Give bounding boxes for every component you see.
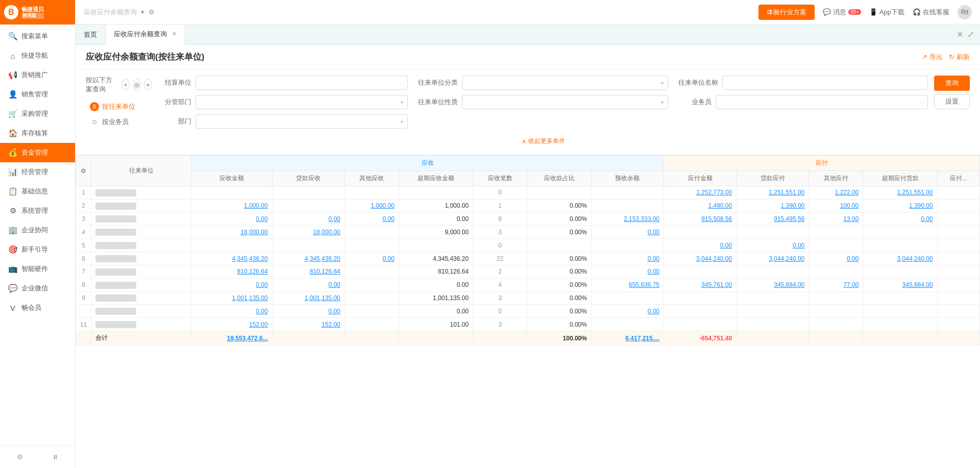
sidebar-item-guide[interactable]: 🎯 新手引导 bbox=[0, 240, 75, 259]
sidebar-item-search[interactable]: 🔍 搜索菜单 bbox=[0, 27, 75, 46]
tab-home[interactable]: 首页 bbox=[76, 24, 106, 45]
payable-group-header: 应付 bbox=[664, 156, 980, 171]
salesperson-input[interactable]: ··· bbox=[716, 95, 928, 109]
blurred-cell: ████████ bbox=[91, 278, 191, 291]
sidebar-item-finance[interactable]: 💰 资金管理 bbox=[0, 143, 75, 162]
service-icon: 🎧 bbox=[913, 8, 921, 16]
sidebar-item-hardware[interactable]: 📺 智能硬件 bbox=[0, 259, 75, 279]
sidebar-item-inventory[interactable]: 🏠 库存核算 bbox=[0, 124, 75, 143]
table-row: 3████████0.000.000.000.0090.00%2,153,333… bbox=[76, 212, 980, 226]
tab-query[interactable]: 应收应付余额查询 ✕ bbox=[106, 24, 185, 45]
sidebar-item-wechat[interactable]: 💬 企业微信 bbox=[0, 279, 75, 298]
total-receivable-amount[interactable]: 19,553,472,6... bbox=[191, 331, 272, 346]
unit-name-input[interactable] bbox=[722, 76, 928, 90]
sidebar-item-operation[interactable]: 📊 经营管理 bbox=[0, 162, 75, 182]
target-scheme-button[interactable]: ◎ bbox=[133, 79, 141, 90]
dept-manage-select[interactable]: ▾ bbox=[195, 95, 408, 109]
add-scheme-button[interactable]: ＋ bbox=[121, 79, 130, 90]
sidebar-item-purchase[interactable]: 🛒 采购管理 bbox=[0, 104, 75, 124]
hardware-icon: 📺 bbox=[8, 264, 17, 274]
maximize-icon[interactable]: ⤢ bbox=[967, 30, 974, 39]
content: 应收应付余额查询(按往来单位) ↗ 导出 ↻ 刷新 按以下方案查询 bbox=[76, 45, 980, 468]
chevron-down-icon[interactable]: ▾ bbox=[141, 8, 144, 16]
sidebar-item-basic[interactable]: 📋 基础信息 bbox=[0, 182, 75, 201]
dots-icon: ··· bbox=[398, 79, 403, 87]
overdue-payable-header: 超期应付货款 bbox=[863, 171, 937, 186]
scheme-by-staff[interactable]: ⊙ 按业务员 bbox=[86, 114, 152, 130]
sidebar-nav: 🔍 搜索菜单 ⌂ 快捷导航 📢 营销推广 👤 销售管理 🛒 采购管理 🏠 库存核… bbox=[0, 24, 75, 446]
close-window-icon[interactable]: ✕ bbox=[957, 30, 963, 39]
page-header: 应收应付余额查询(按往来单位) ↗ 导出 ↻ 刷新 bbox=[76, 45, 980, 69]
header-actions: 体验行业方案 💬 消息 99+ 📱 App下载 🎧 在线客服 Rit bbox=[758, 5, 972, 20]
collapse-scheme-button[interactable]: « bbox=[144, 79, 152, 90]
blurred-cell: ████████ bbox=[91, 305, 191, 318]
scheme-by-unit[interactable]: B 按往来单位 bbox=[86, 99, 152, 114]
total-receivable-ratio: 100.00% bbox=[527, 331, 592, 346]
blurred-cell: ████████ bbox=[91, 212, 191, 226]
user-avatar[interactable]: Rit bbox=[958, 5, 972, 19]
inventory-icon: 🏠 bbox=[8, 129, 17, 138]
top-header: 应收应付余额查询 ▾ ⚙ 体验行业方案 💬 消息 99+ 📱 App下载 🎧 在… bbox=[76, 0, 980, 24]
system-icon: ⚙ bbox=[8, 206, 17, 215]
blurred-cell: ████████ bbox=[91, 291, 191, 305]
basic-icon: 📋 bbox=[8, 187, 17, 196]
finance-icon: 💰 bbox=[8, 148, 17, 157]
home-icon: ⌂ bbox=[8, 52, 17, 60]
unit-nature-select[interactable]: ▾ bbox=[462, 95, 668, 109]
dept-select[interactable]: ▾ bbox=[195, 114, 408, 129]
table-row: 1████████01,252,773.001,251,551.001,222.… bbox=[76, 186, 980, 200]
filter-unit-name: 往来单位名称 bbox=[678, 76, 928, 90]
refresh-button[interactable]: ↻ 刷新 bbox=[949, 53, 970, 62]
member-icon: V bbox=[8, 304, 17, 312]
receivable-amount-header: 应收金额 bbox=[191, 171, 272, 186]
setting-button[interactable]: 设置 bbox=[934, 94, 970, 109]
settlement-input[interactable]: ··· bbox=[195, 76, 408, 90]
dots-icon: ··· bbox=[918, 98, 923, 106]
sales-icon: 👤 bbox=[8, 90, 17, 99]
tab-close-icon[interactable]: ✕ bbox=[172, 31, 177, 37]
table-row: 11████████152.00152.00101.0030.00% bbox=[76, 318, 980, 331]
app-download-button[interactable]: 📱 App下载 bbox=[869, 8, 904, 17]
marketing-icon: 📢 bbox=[8, 70, 17, 80]
page-header-actions: ↗ 导出 ↻ 刷新 bbox=[922, 53, 970, 62]
avatar: Rit bbox=[958, 5, 972, 19]
sidebar-item-sales[interactable]: 👤 销售管理 bbox=[0, 85, 75, 104]
sidebar-item-marketing[interactable]: 📢 营销推广 bbox=[0, 65, 75, 85]
guide-icon: 🎯 bbox=[8, 245, 17, 254]
total-advance-balance[interactable]: 6,417,215.... bbox=[591, 331, 664, 346]
chevron-down-icon: ▾ bbox=[661, 80, 664, 86]
trial-button[interactable]: 体验行业方案 bbox=[758, 5, 815, 20]
sidebar-item-company[interactable]: 🏢 企业协同 bbox=[0, 220, 75, 240]
sidebar-item-system[interactable]: ⚙ 系统管理 bbox=[0, 201, 75, 220]
chevron-down-icon: ▾ bbox=[401, 119, 403, 125]
collapse-more-button[interactable]: ∧ 收起更多条件 bbox=[519, 134, 568, 149]
unit-category-select[interactable]: ▾ bbox=[462, 76, 668, 90]
company-icon: 🏢 bbox=[8, 226, 17, 235]
sidebar-item-quick[interactable]: ⌂ 快捷导航 bbox=[0, 46, 75, 65]
table-container: ⚙ 往来单位 应收 应付 应收金额 贷款应收 其他应收 超期应收金额 应收笔数 … bbox=[76, 155, 980, 468]
logo-icon: B bbox=[4, 5, 18, 19]
blurred-cell: ████████ bbox=[91, 199, 191, 212]
sidebar-item-member[interactable]: V 畅会员 bbox=[0, 298, 75, 317]
operation-icon: 📊 bbox=[8, 167, 17, 177]
receivable-group-header: 应收 bbox=[191, 156, 664, 171]
filter-label: 按以下方案查询 bbox=[86, 76, 118, 94]
table-row: 9████████1,001,135.001,001,135.001,001,1… bbox=[76, 291, 980, 305]
payable-amount-header: 应付金额 bbox=[664, 171, 737, 186]
breadcrumb-text: 应收应付余额查询 bbox=[84, 8, 137, 17]
messages-button[interactable]: 💬 消息 99+ bbox=[823, 8, 861, 17]
table-row: ████████0.000.000.0000.00%0.00 bbox=[76, 305, 980, 318]
payable-more-header: 应付... bbox=[937, 171, 979, 186]
search-icon: 🔍 bbox=[8, 32, 17, 41]
col-setting-th[interactable]: ⚙ bbox=[76, 156, 91, 186]
query-button[interactable]: 查询 bbox=[934, 76, 970, 91]
customer-service-button[interactable]: 🎧 在线客服 bbox=[913, 8, 949, 17]
collapse-button[interactable]: ⏸ bbox=[40, 450, 71, 464]
blurred-cell: ████████ bbox=[91, 318, 191, 331]
export-button[interactable]: ↗ 导出 bbox=[922, 53, 943, 62]
settings-button[interactable]: ⚙ bbox=[4, 450, 36, 464]
filter-dept: 部门 ▾ bbox=[158, 114, 408, 129]
total-label: 合计 bbox=[91, 331, 191, 346]
settings-icon[interactable]: ⚙ bbox=[149, 8, 155, 16]
other-payable-header: 其他应付 bbox=[809, 171, 863, 186]
